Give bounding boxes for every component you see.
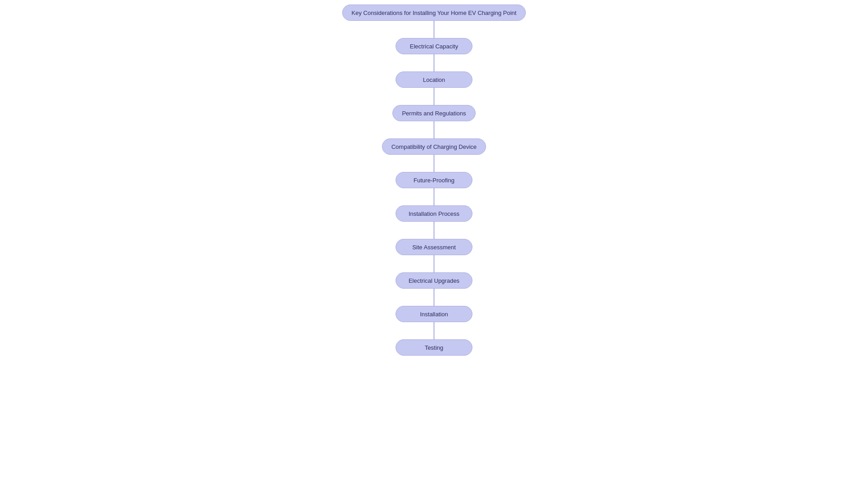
connector-8 xyxy=(434,255,434,272)
node-root: Key Considerations for Installing Your H… xyxy=(342,5,526,21)
connector-2 xyxy=(434,54,434,71)
node-installation-process: Installation Process xyxy=(396,205,472,222)
connector-7 xyxy=(434,222,434,239)
node-compatibility-of-charging-device: Compatibility of Charging Device xyxy=(382,138,486,155)
node-location: Location xyxy=(396,71,472,88)
connector-3 xyxy=(434,88,434,105)
node-permits-and-regulations: Permits and Regulations xyxy=(392,105,476,121)
connector-9 xyxy=(434,289,434,306)
connector-6 xyxy=(434,188,434,205)
node-electrical-upgrades: Electrical Upgrades xyxy=(396,272,472,289)
connector-1 xyxy=(434,21,434,38)
connector-10 xyxy=(434,322,434,339)
node-electrical-capacity: Electrical Capacity xyxy=(396,38,472,54)
connector-5 xyxy=(434,155,434,172)
node-testing: Testing xyxy=(396,339,472,356)
node-future-proofing: Future-Proofing xyxy=(396,172,472,188)
node-site-assessment: Site Assessment xyxy=(396,239,472,255)
node-installation: Installation xyxy=(396,306,472,322)
connector-4 xyxy=(434,121,434,138)
flowchart-diagram: Key Considerations for Installing Your H… xyxy=(0,0,868,356)
